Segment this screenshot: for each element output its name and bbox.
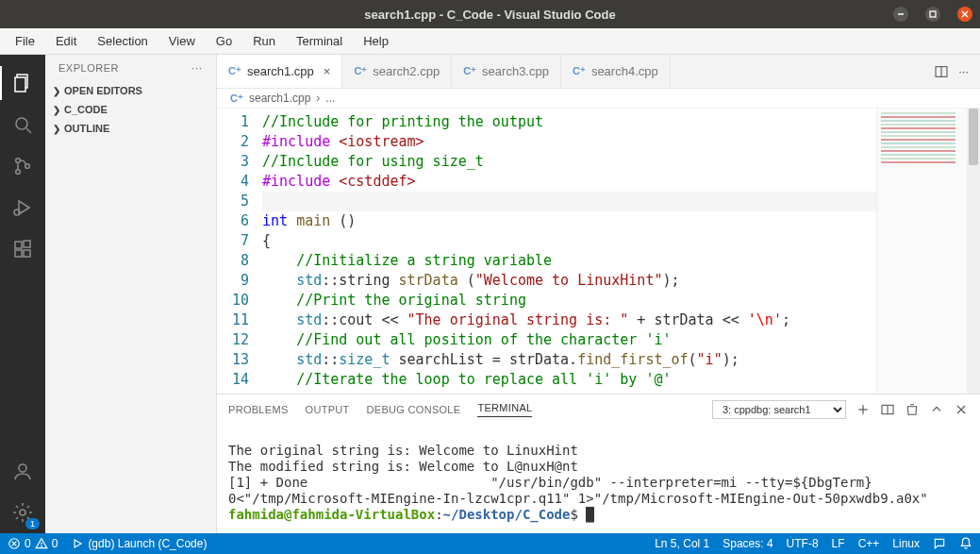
sidebar-section-open-editors[interactable]: ❯OPEN EDITORS <box>45 81 216 100</box>
cpp-file-icon: C⁺ <box>230 92 243 105</box>
explorer-more-icon[interactable]: ··· <box>191 62 203 74</box>
tab-label: search1.cpp <box>247 64 314 78</box>
line-gutter: 1234567891011121314 <box>217 109 262 394</box>
menu-view[interactable]: View <box>159 30 205 52</box>
panel-tab-debug-console[interactable]: DEBUG CONSOLE <box>367 404 461 415</box>
code-line[interactable]: //Initialize a string variable <box>262 251 876 271</box>
accounts-icon[interactable] <box>0 450 45 492</box>
svg-rect-14 <box>15 250 22 257</box>
search-icon[interactable] <box>0 104 45 145</box>
panel-tab-problems[interactable]: PROBLEMS <box>228 404 289 415</box>
tab-search2-cpp[interactable]: C⁺search2.cpp <box>342 55 452 88</box>
chevron-right-icon: › <box>316 92 320 105</box>
tab-label: search3.cpp <box>482 64 549 78</box>
menu-run[interactable]: Run <box>243 30 285 52</box>
tab-search4-cpp[interactable]: C⁺search4.cpp <box>561 55 671 88</box>
status-encoding[interactable]: UTF-8 <box>787 537 819 550</box>
code-line[interactable]: //Print the original string <box>262 291 876 311</box>
menu-help[interactable]: Help <box>354 30 398 52</box>
menubar: FileEditSelectionViewGoRunTerminalHelp <box>0 28 980 55</box>
chevron-right-icon: ❯ <box>53 105 60 115</box>
code-line[interactable]: #include <iostream> <box>262 132 876 152</box>
vertical-scrollbar[interactable] <box>967 109 980 394</box>
code-line[interactable]: std::size_t searchList = strData.find_fi… <box>262 350 876 370</box>
panel-tabs: PROBLEMSOUTPUTDEBUG CONSOLETERMINAL3: cp… <box>217 395 980 425</box>
code-line[interactable]: int main () <box>262 211 876 231</box>
tab-label: search4.cpp <box>591 64 658 78</box>
tab-label: search2.cpp <box>373 64 440 78</box>
editor[interactable]: 1234567891011121314 //Include for printi… <box>217 109 980 394</box>
sidebar-section-c_code[interactable]: ❯C_CODE <box>45 100 216 119</box>
status-spaces[interactable]: Spaces: 4 <box>723 537 772 550</box>
status-errors[interactable]: 0 0 <box>8 537 58 550</box>
code-line[interactable]: //Include for printing the output <box>262 112 876 132</box>
status-os[interactable]: Linux <box>892 537 920 550</box>
status-eol[interactable]: LF <box>832 537 845 550</box>
code-line[interactable]: std::cout << "The original string is: " … <box>262 311 876 330</box>
svg-line-7 <box>26 128 31 133</box>
svg-point-17 <box>19 464 26 472</box>
window-close-icon[interactable] <box>957 7 972 22</box>
status-bell-icon[interactable] <box>959 537 972 550</box>
status-language[interactable]: C++ <box>858 537 880 550</box>
tab-search1-cpp[interactable]: C⁺search1.cpp× <box>217 55 342 88</box>
terminal-output[interactable]: The original string is: Welcome to Linux… <box>217 425 980 533</box>
terminal-selector[interactable]: 3: cppdbg: search1 <box>712 400 846 419</box>
menu-edit[interactable]: Edit <box>46 30 86 52</box>
svg-rect-15 <box>24 250 30 257</box>
code-line[interactable]: #include <cstddef> <box>262 172 876 192</box>
tab-close-icon[interactable]: × <box>324 64 331 78</box>
window-title: search1.cpp - C_Code - Visual Studio Cod… <box>364 8 615 22</box>
explorer-icon[interactable] <box>0 62 45 104</box>
svg-marker-32 <box>75 540 81 547</box>
extensions-icon[interactable] <box>0 228 45 270</box>
code-line[interactable]: { <box>262 231 876 251</box>
minimap[interactable] <box>876 109 967 394</box>
status-launch[interactable]: (gdb) Launch (C_Code) <box>71 537 207 550</box>
status-feedback-icon[interactable] <box>933 537 946 550</box>
source-control-icon[interactable] <box>0 145 45 187</box>
explorer-sidebar: EXPLORER ··· ❯OPEN EDITORS❯C_CODE❯OUTLIN… <box>45 55 217 533</box>
code-line[interactable] <box>262 192 876 211</box>
code-area[interactable]: //Include for printing the output#includ… <box>262 109 876 394</box>
chevron-right-icon: ❯ <box>53 124 60 134</box>
cpp-file-icon: C⁺ <box>463 65 476 77</box>
chevron-right-icon: ❯ <box>53 86 60 96</box>
maximize-panel-icon[interactable] <box>929 402 944 417</box>
breadcrumb-file: search1.cpp <box>249 92 310 105</box>
code-line[interactable]: //Find out all position of the character… <box>262 330 876 350</box>
settings-gear-icon[interactable]: 1 <box>0 492 45 533</box>
close-panel-icon[interactable] <box>954 402 969 417</box>
menu-file[interactable]: File <box>6 30 44 52</box>
cpp-file-icon: C⁺ <box>354 65 367 77</box>
settings-badge: 1 <box>25 518 40 529</box>
svg-rect-5 <box>15 77 25 92</box>
svg-point-18 <box>20 510 25 515</box>
svg-point-10 <box>25 164 30 169</box>
breadcrumb[interactable]: C⁺ search1.cpp › ... <box>217 89 980 109</box>
more-actions-icon[interactable]: ··· <box>958 64 969 78</box>
sidebar-section-outline[interactable]: ❯OUTLINE <box>45 119 216 138</box>
svg-rect-16 <box>24 241 30 247</box>
svg-point-9 <box>16 170 21 175</box>
window-minimize-icon[interactable] <box>893 7 908 22</box>
explorer-header: EXPLORER ··· <box>45 55 216 81</box>
panel-tab-output[interactable]: OUTPUT <box>306 404 350 415</box>
svg-rect-1 <box>930 11 936 17</box>
menu-selection[interactable]: Selection <box>88 30 157 52</box>
cpp-file-icon: C⁺ <box>573 65 586 77</box>
window-maximize-icon[interactable] <box>925 7 940 22</box>
new-terminal-icon[interactable] <box>855 402 871 417</box>
code-line[interactable]: std::string strData ("Welcome to LinuxHi… <box>262 271 876 291</box>
code-line[interactable]: //Iterate the loop to replace all 'i' by… <box>262 370 876 390</box>
tab-search3-cpp[interactable]: C⁺search3.cpp <box>452 55 561 88</box>
status-cursor[interactable]: Ln 5, Col 1 <box>655 537 709 550</box>
split-editor-icon[interactable] <box>934 64 949 79</box>
panel-tab-terminal[interactable]: TERMINAL <box>477 402 532 417</box>
run-debug-icon[interactable] <box>0 187 45 228</box>
menu-terminal[interactable]: Terminal <box>287 30 352 52</box>
kill-terminal-icon[interactable] <box>905 402 920 417</box>
code-line[interactable]: //Include for using size_t <box>262 152 876 172</box>
split-terminal-icon[interactable] <box>880 402 895 417</box>
menu-go[interactable]: Go <box>207 30 241 52</box>
